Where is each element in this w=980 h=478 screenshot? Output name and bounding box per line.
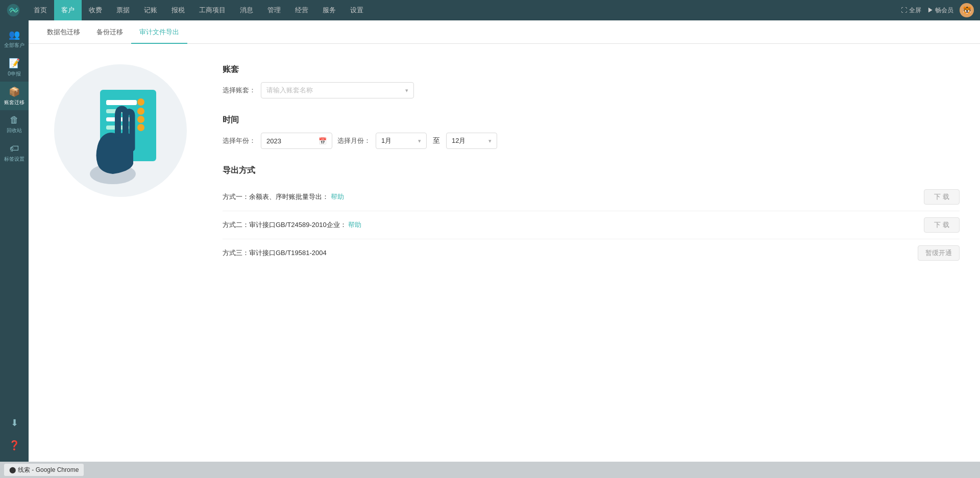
nav-fee[interactable]: 收费 bbox=[82, 0, 109, 20]
account-select[interactable]: 请输入账套名称 ▾ bbox=[261, 82, 414, 98]
svg-point-7 bbox=[137, 98, 144, 106]
nav-manage[interactable]: 管理 bbox=[260, 0, 288, 20]
sidebar-item-account-migration[interactable]: 📦 账套迁移 bbox=[0, 82, 29, 110]
method-3-soon-btn[interactable]: 暂缓开通 bbox=[918, 245, 960, 261]
users-icon: 👥 bbox=[9, 29, 20, 40]
svg-point-10 bbox=[137, 124, 144, 131]
time-form-row: 选择年份： 2023 📅 选择月份： 1月 ▾ 至 12月 ▾ bbox=[223, 133, 960, 149]
form-area: 账套 选择账套： 请输入账套名称 ▾ 时间 选择年份： 2023 📅 bbox=[223, 59, 960, 267]
year-value: 2023 bbox=[266, 137, 281, 145]
svg-point-8 bbox=[137, 108, 144, 115]
illustration-area bbox=[49, 59, 192, 202]
taskbar: ⬤ 线索 - Google Chrome bbox=[0, 462, 980, 478]
sidebar-bottom: ⬇ ❓ bbox=[4, 413, 24, 462]
top-nav-right: ⛶ 全屏 ▶ 畅会员 🐯 bbox=[901, 3, 980, 17]
method-1-help-link[interactable]: 帮助 bbox=[331, 193, 344, 200]
method-3-label: 方式三：审计接口GB/T19581-2004 bbox=[223, 248, 918, 258]
logo bbox=[4, 1, 22, 19]
top-nav: 首页 客户 收费 票据 记账 报税 工商项目 消息 管理 经营 服务 设置 ⛶ … bbox=[0, 0, 980, 20]
month-separator: 至 bbox=[432, 136, 441, 145]
account-select-label: 选择账套： bbox=[223, 86, 256, 95]
avatar[interactable]: 🐯 bbox=[960, 3, 974, 17]
chrome-icon: ⬤ bbox=[9, 466, 16, 473]
page-content: 账套 选择账套： 请输入账套名称 ▾ 时间 选择年份： 2023 📅 bbox=[29, 44, 980, 462]
tab-backup-migration[interactable]: 备份迁移 bbox=[88, 21, 131, 44]
svg-point-9 bbox=[137, 116, 144, 123]
year-label: 选择年份： bbox=[223, 136, 256, 145]
nav-tax[interactable]: 报税 bbox=[164, 0, 192, 20]
method-1-label: 方式一：余额表、序时账批量导出： 帮助 bbox=[223, 192, 924, 202]
taskbar-item-label: 线索 - Google Chrome bbox=[18, 466, 79, 474]
circle-bg bbox=[54, 64, 187, 197]
nav-invoice[interactable]: 票据 bbox=[109, 0, 137, 20]
tag-icon: 🏷 bbox=[10, 143, 19, 154]
fullscreen-btn[interactable]: ⛶ 全屏 bbox=[901, 6, 921, 15]
month-from-select[interactable]: 1月 ▾ bbox=[376, 133, 427, 149]
month-from-chevron: ▾ bbox=[418, 138, 421, 144]
nav-message[interactable]: 消息 bbox=[233, 0, 260, 20]
export-method-3: 方式三：审计接口GB/T19581-2004 暂缓开通 bbox=[223, 239, 960, 267]
nav-business[interactable]: 工商项目 bbox=[192, 0, 233, 20]
sidebar-item-tag-settings[interactable]: 🏷 标签设置 bbox=[0, 139, 29, 167]
sub-tabs: 数据包迁移 备份迁移 审计文件导出 bbox=[29, 20, 980, 44]
trash-icon: 🗑 bbox=[10, 115, 19, 125]
account-section-title: 账套 bbox=[223, 64, 960, 75]
account-select-chevron: ▾ bbox=[405, 87, 408, 94]
sidebar-item-all-customers[interactable]: 👥 全部客户 bbox=[0, 24, 29, 53]
nav-bookkeeping[interactable]: 记账 bbox=[137, 0, 164, 20]
account-form-row: 选择账套： 请输入账套名称 ▾ bbox=[223, 82, 960, 98]
month-label: 选择月份： bbox=[337, 136, 371, 145]
method-2-label: 方式二：审计接口GB/T24589-2010企业： 帮助 bbox=[223, 220, 924, 230]
calendar-icon: 📅 bbox=[318, 137, 327, 145]
nav-home[interactable]: 首页 bbox=[27, 0, 54, 20]
nav-items: 首页 客户 收费 票据 记账 报税 工商项目 消息 管理 经营 服务 设置 bbox=[27, 0, 901, 20]
month-to-select[interactable]: 12月 ▾ bbox=[446, 133, 497, 149]
tab-audit-export[interactable]: 审计文件导出 bbox=[131, 21, 187, 44]
left-sidebar: 👥 全部客户 📝 0申报 📦 账套迁移 🗑 回收站 🏷 标签设置 ⬇ ❓ bbox=[0, 20, 29, 462]
taskbar-chrome-item[interactable]: ⬤ 线索 - Google Chrome bbox=[4, 464, 84, 476]
method-1-download-btn[interactable]: 下 载 bbox=[924, 189, 960, 205]
account-select-placeholder: 请输入账套名称 bbox=[266, 86, 313, 95]
export-method-2: 方式二：审计接口GB/T24589-2010企业： 帮助 下 载 bbox=[223, 211, 960, 239]
month-from-value: 1月 bbox=[381, 136, 391, 145]
main-layout: 👥 全部客户 📝 0申报 📦 账套迁移 🗑 回收站 🏷 标签设置 ⬇ ❓ 数据包… bbox=[0, 20, 980, 462]
month-to-value: 12月 bbox=[452, 136, 465, 145]
nav-service[interactable]: 服务 bbox=[315, 0, 343, 20]
nav-customer[interactable]: 客户 bbox=[54, 0, 82, 20]
nav-settings[interactable]: 设置 bbox=[343, 0, 371, 20]
migration-icon: 📦 bbox=[9, 86, 20, 97]
year-input[interactable]: 2023 📅 bbox=[261, 133, 332, 149]
nav-operation[interactable]: 经营 bbox=[288, 0, 315, 20]
method-2-help-link[interactable]: 帮助 bbox=[348, 221, 361, 229]
tab-data-migration[interactable]: 数据包迁移 bbox=[39, 21, 88, 44]
sidebar-item-zero-declaration[interactable]: 📝 0申报 bbox=[0, 53, 29, 82]
member-btn[interactable]: ▶ 畅会员 bbox=[927, 6, 953, 15]
time-section-title: 时间 bbox=[223, 115, 960, 125]
method-2-download-btn[interactable]: 下 载 bbox=[924, 217, 960, 233]
month-to-chevron: ▾ bbox=[488, 138, 492, 144]
content-area: 数据包迁移 备份迁移 审计文件导出 bbox=[29, 20, 980, 462]
sidebar-download-icon[interactable]: ⬇ bbox=[4, 413, 24, 433]
sidebar-help-icon[interactable]: ❓ bbox=[4, 435, 24, 456]
declaration-icon: 📝 bbox=[9, 58, 20, 69]
svg-rect-2 bbox=[106, 100, 137, 105]
sidebar-item-recycle[interactable]: 🗑 回收站 bbox=[0, 110, 29, 139]
export-section-title: 导出方式 bbox=[223, 165, 960, 176]
export-method-1: 方式一：余额表、序时账批量导出： 帮助 下 载 bbox=[223, 183, 960, 211]
